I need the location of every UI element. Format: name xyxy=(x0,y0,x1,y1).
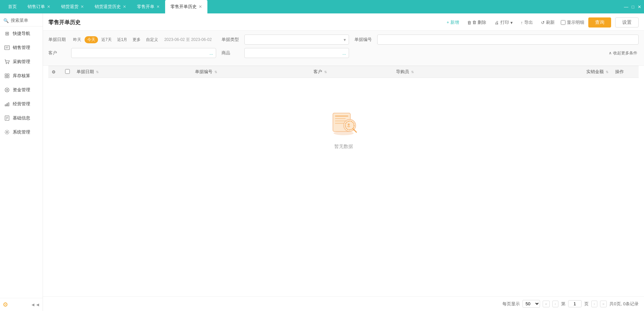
doc-type-select[interactable]: ▾ xyxy=(244,35,349,45)
last-page-button[interactable]: » xyxy=(600,301,607,307)
tab-sales-return-history[interactable]: 销货退货历史 ✕ xyxy=(89,0,132,13)
export-button[interactable]: ↑ 导出 xyxy=(519,18,535,27)
tab-close-sales-order[interactable]: ✕ xyxy=(47,4,50,9)
window-expand[interactable]: □ xyxy=(632,4,634,9)
tab-close-sales-return-history[interactable]: ✕ xyxy=(123,4,126,9)
tab-close-retail-open[interactable]: ✕ xyxy=(156,4,160,9)
sidebar-bottom: ⚙ ◄◄ xyxy=(0,298,43,311)
sidebar: 🔍 搜索菜单 ⊞ 快捷导航 销售管理 采购管理 库存核算 xyxy=(0,13,43,311)
collapse-button[interactable]: ∧ 收起更多条件 xyxy=(607,49,639,57)
sidebar-item-operation[interactable]: 经营管理 xyxy=(0,97,43,111)
svg-rect-0 xyxy=(5,46,9,50)
sidebar-search[interactable]: 🔍 搜索菜单 xyxy=(0,13,43,27)
th-amount[interactable]: 实销金额 ⇅ xyxy=(493,66,612,78)
page-size-select[interactable]: 50 10 20 100 xyxy=(523,300,540,308)
product-select[interactable]: ... xyxy=(244,48,349,58)
inventory-icon xyxy=(4,73,10,79)
prev-page-button[interactable]: ‹ xyxy=(552,301,558,307)
next-page-button[interactable]: › xyxy=(591,301,597,307)
filter-area: 单据日期 昨天 今天 近7天 近1月 更多 自定义 2023-06-02 至 2… xyxy=(43,31,644,66)
window-close[interactable]: ✕ xyxy=(638,4,641,9)
sidebar-item-purchase-mgmt[interactable]: 采购管理 xyxy=(0,55,43,69)
sort-no-icon: ⇅ xyxy=(214,70,217,74)
th-date[interactable]: 单据日期 ⇅ xyxy=(73,66,192,78)
date-btn-today[interactable]: 今天 xyxy=(85,36,98,43)
sort-date-icon: ⇅ xyxy=(96,70,99,74)
sidebar-item-basic-info[interactable]: 基础信息 xyxy=(0,111,43,125)
th-checkbox xyxy=(62,66,73,78)
tab-retail-open-history[interactable]: 零售开单历史 ✕ xyxy=(165,0,207,13)
th-customer[interactable]: 客户 ⇅ xyxy=(310,66,393,78)
print-arrow-icon: ▾ xyxy=(510,20,513,25)
column-settings-icon[interactable]: ⚙ xyxy=(52,69,56,74)
th-salesperson[interactable]: 导购员 ⇅ xyxy=(393,66,493,78)
filter-customer: 客户 ... xyxy=(48,48,216,58)
doc-no-input[interactable] xyxy=(377,35,639,45)
svg-rect-6 xyxy=(7,74,9,75)
filter-doc-type: 单据类型 ▾ xyxy=(221,35,349,45)
page-input[interactable] xyxy=(568,300,582,307)
sidebar-item-sys-mgmt[interactable]: 系统管理 xyxy=(0,125,43,139)
filter-date: 单据日期 昨天 今天 近7天 近1月 更多 自定义 2023-06-02 至 2… xyxy=(48,36,216,43)
date-btn-7days[interactable]: 近7天 xyxy=(99,36,114,43)
svg-point-4 xyxy=(8,63,9,64)
content-area: 零售开单历史 + 新增 🗑 🗑 删除 🖨 打印 ▾ ↑ 导出 ↺ xyxy=(43,13,644,311)
refresh-button[interactable]: ↺ 刷新 xyxy=(539,18,557,27)
sidebar-item-sales-mgmt[interactable]: 销售管理 xyxy=(0,41,43,55)
sort-amount-icon: ⇅ xyxy=(606,70,608,74)
filter-row-2: 客户 ... 商品 ... ∧ xyxy=(48,48,639,58)
add-button[interactable]: + 新增 xyxy=(445,18,461,27)
filter-row-1: 单据日期 昨天 今天 近7天 近1月 更多 自定义 2023-06-02 至 2… xyxy=(48,35,639,45)
date-btn-custom[interactable]: 自定义 xyxy=(144,36,160,43)
customer-ellipsis-icon[interactable]: ... xyxy=(209,51,213,56)
page-title: 零售开单历史 xyxy=(48,19,81,26)
sys-mgmt-icon xyxy=(4,129,10,135)
delete-button[interactable]: 🗑 🗑 删除 xyxy=(465,18,489,27)
print-icon: 🖨 xyxy=(495,20,499,25)
display-cols-toggle[interactable]: 显示明细 xyxy=(561,19,584,25)
first-page-button[interactable]: « xyxy=(543,301,550,307)
date-btn-1month[interactable]: 近1月 xyxy=(115,36,130,43)
query-button[interactable]: 查询 xyxy=(588,17,611,28)
tab-sales-return[interactable]: 销货退货 ✕ xyxy=(56,0,89,13)
svg-line-26 xyxy=(353,129,356,132)
date-range: 2023-06-02 至 2023-06-02 xyxy=(164,37,211,43)
sidebar-item-inventory[interactable]: 库存核算 xyxy=(0,69,43,83)
setting-button[interactable]: 设置 xyxy=(615,17,639,28)
date-btn-more[interactable]: 更多 xyxy=(131,36,143,43)
tab-home[interactable]: 首页 xyxy=(3,0,22,13)
customer-label: 客户 xyxy=(48,50,68,56)
customer-select[interactable]: ... xyxy=(71,48,216,58)
window-minus[interactable]: — xyxy=(624,4,628,9)
tab-sales-order[interactable]: 销售订单 ✕ xyxy=(22,0,56,13)
sidebar-settings-icon[interactable]: ⚙ xyxy=(3,301,8,308)
sidebar-item-quick-nav[interactable]: ⊞ 快捷导航 xyxy=(0,27,43,41)
pagination-bar: 每页显示 50 10 20 100 « ‹ 第 页 › » 共0页, 0条记录 xyxy=(43,296,644,311)
doc-no-label: 单据编号 xyxy=(354,37,375,43)
th-no[interactable]: 单据编号 ⇅ xyxy=(192,66,310,78)
sidebar-collapse-icon[interactable]: ◄◄ xyxy=(31,302,40,307)
display-cols-checkbox[interactable] xyxy=(561,20,565,25)
date-label: 单据日期 xyxy=(48,37,68,43)
purchase-mgmt-icon xyxy=(4,59,10,65)
tab-retail-open[interactable]: 零售开单 ✕ xyxy=(132,0,165,13)
date-btn-yesterday[interactable]: 昨天 xyxy=(71,36,83,43)
svg-point-27 xyxy=(348,123,350,125)
toolbar: + 新增 🗑 🗑 删除 🖨 打印 ▾ ↑ 导出 ↺ 刷新 xyxy=(445,17,639,28)
basic-info-icon xyxy=(4,115,10,121)
svg-rect-11 xyxy=(7,104,8,106)
select-all-checkbox[interactable] xyxy=(65,69,70,74)
empty-state: 暂无数据 xyxy=(48,78,639,163)
tab-close-retail-open-history[interactable]: ✕ xyxy=(199,4,202,9)
svg-point-17 xyxy=(6,132,8,133)
product-ellipsis-icon[interactable]: ... xyxy=(342,51,346,56)
print-button[interactable]: 🖨 打印 ▾ xyxy=(493,18,515,27)
svg-point-3 xyxy=(6,63,7,64)
window-controls: — □ ✕ xyxy=(624,4,641,9)
empty-icon xyxy=(327,105,360,138)
data-table: ⚙ 单据日期 ⇅ 单据编号 ⇅ xyxy=(48,66,639,78)
svg-rect-20 xyxy=(335,115,348,117)
sidebar-item-finance[interactable]: 资金管理 xyxy=(0,83,43,97)
export-icon: ↑ xyxy=(521,20,523,25)
tab-close-sales-return[interactable]: ✕ xyxy=(81,4,84,9)
